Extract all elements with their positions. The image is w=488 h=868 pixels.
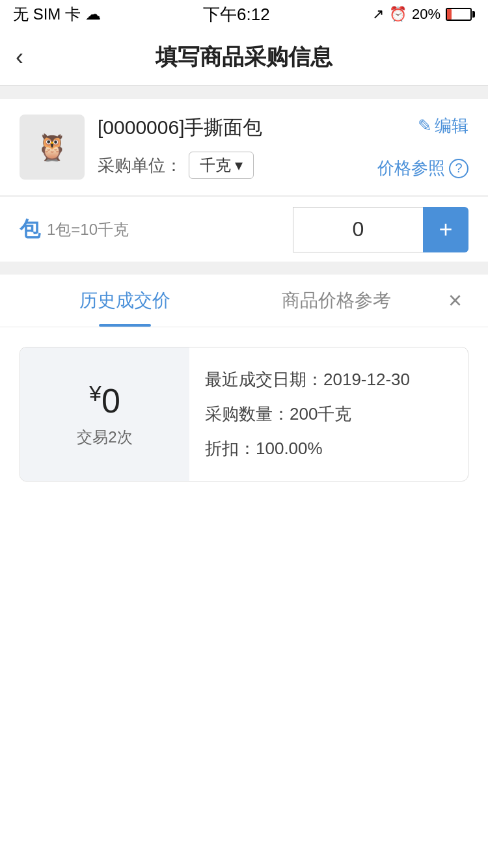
tab-header: 历史成交价 商品价格参考 × [0,275,488,327]
unit-hint: 1包=10千克 [47,219,129,240]
product-unit-row: 采购单位： 千克 ▾ [98,152,262,179]
price-value: 0 [102,382,120,420]
transaction-summary: ¥0 交易2次 [20,347,189,481]
location-icon: ↗ [372,6,384,23]
edit-label: 编辑 [435,115,468,137]
status-left: 无 SIM 卡 ☁ [13,4,101,25]
content-spacer [0,501,488,868]
quantity-section: 包 1包=10千克 + [0,197,488,262]
transaction-count: 交易2次 [77,427,132,448]
tab-underline [99,324,151,327]
purchase-qty-row: 采购数量：200千克 [205,401,452,427]
product-header: 🦉 [0000006]手撕面包 采购单位： 千克 ▾ ✎ 编辑 价格参照 [20,115,468,180]
help-icon: ? [449,159,468,178]
transaction-price: ¥0 [89,381,120,420]
status-bar: 无 SIM 卡 ☁ 下午6:12 ↗ ⏰ 20% [0,0,488,29]
tab-history-price[interactable]: 历史成交价 [20,275,230,327]
quantity-label: 包 1包=10千克 [20,215,129,244]
transaction-details: 最近成交日期：2019-12-30 采购数量：200千克 折扣：100.00% [189,347,468,481]
unit-value: 千克 [200,155,231,176]
quantity-input-group: + [293,207,468,252]
product-thumbnail: 🦉 [20,115,85,180]
discount-row: 折扣：100.00% [205,436,452,461]
unit-label: 采购单位： [98,154,182,177]
edit-button[interactable]: ✎ 编辑 [418,115,468,137]
price-reference-button[interactable]: 价格参照 ? [377,157,468,180]
quantity-plus-button[interactable]: + [423,207,468,252]
product-left: 🦉 [0000006]手撕面包 采购单位： 千克 ▾ [20,115,262,180]
tab-content: ¥0 交易2次 最近成交日期：2019-12-30 采购数量：200千克 折扣：… [0,327,488,501]
unit-select[interactable]: 千克 ▾ [189,152,254,179]
tab-panel: 历史成交价 商品价格参考 × ¥0 交易2次 最近成交日期：2019-12-30… [0,275,488,501]
product-info: [0000006]手撕面包 采购单位： 千克 ▾ [98,115,262,179]
transaction-card: ¥0 交易2次 最近成交日期：2019-12-30 采购数量：200千克 折扣：… [20,347,468,481]
unit-badge: 包 [20,215,40,244]
nav-bar: ‹ 填写商品采购信息 [0,29,488,86]
price-ref-label: 价格参照 [377,157,445,180]
battery-percent: 20% [412,6,441,23]
edit-icon: ✎ [418,116,432,136]
tab-product-price-reference[interactable]: 商品价格参考 [230,275,441,327]
unit-dropdown-icon: ▾ [235,156,243,174]
quantity-input[interactable] [293,207,423,252]
tab-close-button[interactable]: × [442,287,468,314]
product-card: 🦉 [0000006]手撕面包 采购单位： 千克 ▾ ✎ 编辑 价格参照 [0,99,488,195]
back-button[interactable]: ‹ [16,44,23,71]
product-name: [0000006]手撕面包 [98,115,262,141]
alarm-icon: ⏰ [389,6,407,23]
recent-date-row: 最近成交日期：2019-12-30 [205,367,452,392]
yen-symbol: ¥ [89,381,102,405]
product-image-icon: 🦉 [36,132,68,163]
status-right: ↗ ⏰ 20% [372,6,475,23]
battery-icon [446,8,475,21]
sim-signal-text: 无 SIM 卡 ☁ [13,4,101,25]
status-time: 下午6:12 [203,3,270,26]
page-title: 填写商品采购信息 [156,42,332,72]
